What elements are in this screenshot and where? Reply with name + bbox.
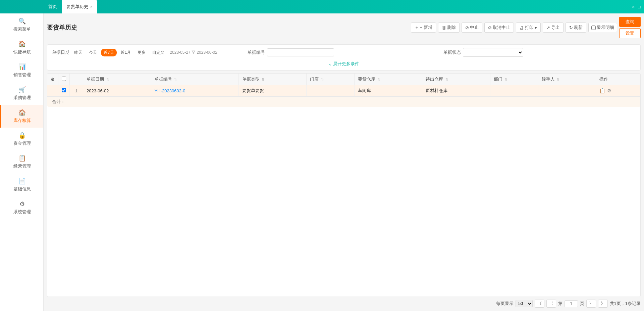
tab-close-icon[interactable]: × (90, 5, 92, 9)
sidebar-item-system-label: 系统管理 (13, 209, 31, 215)
date-range-display: 2023-05-27 至 2023-06-02 (170, 50, 217, 55)
th-date[interactable]: 单据日期 ⇅ (83, 74, 151, 85)
th-department[interactable]: 部门 ⇅ (490, 74, 538, 85)
date-btn-last7days[interactable]: 近7天 (101, 49, 117, 56)
select-all-checkbox[interactable] (62, 77, 66, 81)
edit-icon[interactable]: 📋 (599, 88, 605, 93)
refresh-label: 刷新 (574, 25, 583, 31)
sidebar-item-inventory-calc[interactable]: 🏠 库存核算 (0, 105, 43, 128)
cancel-stop-label: 取消中止 (493, 25, 510, 31)
date-btn-more[interactable]: 更多 (135, 49, 148, 56)
window-close-btn[interactable]: × (632, 4, 635, 9)
cancel-stop-icon: ⊘ (488, 25, 492, 30)
td-handler (538, 85, 596, 96)
delete-button[interactable]: 🗑 删除 (438, 23, 460, 33)
sidebar-item-finance-mgmt[interactable]: 🔒 资金管理 (0, 128, 43, 150)
display-detail-checkbox[interactable] (591, 26, 596, 30)
display-detail-btn[interactable]: 显示明细 (588, 23, 617, 32)
last-page-btn[interactable]: 》 (598, 300, 608, 308)
td-num: 1 (70, 85, 83, 96)
sort-dept-icon: ⇅ (505, 78, 507, 81)
sidebar-item-quick-nav[interactable]: 🏠 快捷导航 (0, 36, 43, 59)
per-page-select[interactable]: 50 20 100 200 (516, 300, 533, 307)
th-handler[interactable]: 经手人 ⇅ (538, 74, 596, 85)
page-suffix: 页 (580, 301, 584, 307)
window-maximize-btn[interactable]: □ (638, 4, 641, 9)
new-button[interactable]: ＋ + 新增 (411, 23, 436, 33)
tab-requisition-history[interactable]: 要货单历史 × (62, 0, 97, 13)
td-date: 2023-06-02 (83, 85, 151, 96)
next-page-btn[interactable]: 〉 (586, 300, 596, 308)
td-doc-no[interactable]: YH-20230602-0 (151, 85, 238, 96)
expand-filter-label: 展开更多条件 (333, 61, 359, 67)
new-label: + 新增 (420, 25, 432, 31)
sidebar-item-purchase-mgmt[interactable]: 🛒 采购管理 (0, 82, 43, 105)
date-filter-group: 单据日期 昨天 今天 近7天 近1月 更多 自定义 2023-05-27 至 2… (52, 49, 244, 56)
sidebar-item-sales-mgmt[interactable]: 📊 销售管理 (0, 59, 43, 82)
doc-number-input[interactable] (267, 48, 334, 56)
filter-area: 单据日期 昨天 今天 近7天 近1月 更多 自定义 2023-05-27 至 2… (47, 44, 641, 71)
window-controls: × □ (632, 4, 641, 9)
page-input[interactable] (565, 300, 578, 307)
date-btn-yesterday[interactable]: 昨天 (71, 49, 85, 56)
export-button[interactable]: ↗ 导出 (543, 23, 564, 33)
sidebar-item-quick-nav-label: 快捷导航 (13, 49, 31, 55)
td-settings-cell (47, 85, 58, 96)
td-operation: 📋 ⚙ (596, 85, 640, 96)
date-btn-last1month[interactable]: 近1月 (118, 49, 134, 56)
doc-status-select[interactable] (463, 48, 523, 57)
print-label: 打印 (525, 25, 534, 31)
operations-mgmt-icon: 📋 (18, 154, 26, 162)
sidebar-item-system-mgmt[interactable]: ⚙ 系统管理 (0, 196, 43, 219)
th-pending-warehouse[interactable]: 待出仓库 ⇅ (422, 74, 490, 85)
row-checkbox[interactable] (62, 88, 66, 92)
doc-number-filter-group: 单据编号 (248, 48, 440, 56)
th-req-warehouse[interactable]: 要货仓库 ⇅ (354, 74, 422, 85)
sidebar-item-operations-mgmt[interactable]: 📋 经营管理 (0, 150, 43, 173)
prev-page-btn[interactable]: 〈 (546, 300, 556, 308)
cancel-stop-button[interactable]: ⊘ 取消中止 (484, 23, 514, 33)
operation-icons: 📋 ⚙ (599, 88, 637, 93)
sidebar-item-search-menu[interactable]: 🔍 搜索菜单 (0, 13, 43, 36)
th-doc-type[interactable]: 单据类型 ⇅ (238, 74, 307, 85)
first-page-btn[interactable]: 《 (535, 300, 544, 308)
print-button[interactable]: 🖨 打印 ▾ (516, 23, 541, 33)
doc-status-label: 单据状态 (443, 49, 461, 55)
th-settings[interactable]: ⚙ (47, 74, 58, 85)
date-btn-today[interactable]: 今天 (86, 49, 100, 56)
export-icon: ↗ (546, 25, 550, 30)
settings-gear-icon[interactable]: ⚙ (51, 77, 55, 82)
display-detail-label: 显示明细 (597, 25, 614, 31)
stop-button[interactable]: ⊘ 中止 (462, 23, 482, 33)
date-btn-custom[interactable]: 自定义 (150, 49, 167, 56)
tab-home-label: 首页 (48, 4, 57, 10)
doc-no-link[interactable]: YH-20230602-0 (155, 88, 185, 93)
table-row: 1 2023-06-02 YH-20230602-0 要货单要货 车间库 原材料… (47, 85, 640, 96)
table-header-row: ⚙ 单据日期 ⇅ 单据编号 ⇅ (47, 74, 640, 85)
sort-doctype-icon: ⇅ (262, 78, 264, 81)
chevron-down-icon: ⌄ (328, 61, 332, 66)
th-doc-no[interactable]: 单据编号 ⇅ (151, 74, 238, 85)
page-label: 第 (558, 301, 562, 307)
system-mgmt-icon: ⚙ (19, 200, 25, 208)
refresh-button[interactable]: ↻ 刷新 (566, 23, 586, 33)
sidebar-item-basic-info[interactable]: 📄 基础信息 (0, 173, 43, 196)
purchase-mgmt-icon: 🛒 (18, 86, 26, 93)
detail-icon[interactable]: ⚙ (607, 88, 611, 93)
tab-home[interactable]: 首页 (44, 0, 62, 13)
query-button[interactable]: 查询 (619, 17, 641, 27)
sidebar-item-search-menu-label: 搜索菜单 (13, 26, 31, 32)
th-store[interactable]: 门店 ⇅ (307, 74, 355, 85)
stop-icon: ⊘ (465, 25, 469, 30)
finance-mgmt-icon: 🔒 (18, 132, 26, 139)
sidebar-item-basic-label: 基础信息 (13, 186, 31, 192)
td-pending-warehouse: 原材料仓库 (422, 85, 490, 96)
main-layout: 🔍 搜索菜单 🏠 快捷导航 📊 销售管理 🛒 采购管理 🏠 库存核算 🔒 资金管… (0, 13, 644, 311)
expand-filter-btn[interactable]: ⌄ 展开更多条件 (328, 61, 359, 67)
date-filter-label: 单据日期 (52, 49, 69, 55)
table-wrapper: ⚙ 单据日期 ⇅ 单据编号 ⇅ (47, 73, 641, 297)
sort-handler-icon: ⇅ (557, 78, 559, 81)
sidebar: 🔍 搜索菜单 🏠 快捷导航 📊 销售管理 🛒 采购管理 🏠 库存核算 🔒 资金管… (0, 13, 44, 311)
sort-date-icon: ⇅ (106, 78, 109, 81)
setting-button[interactable]: 设置 (619, 28, 641, 38)
